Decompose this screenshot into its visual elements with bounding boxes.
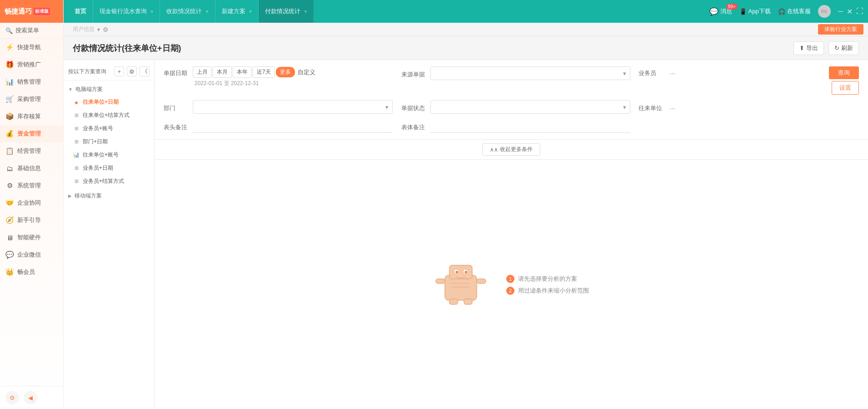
collapse-panel-btn[interactable]: 《 [140,66,150,76]
chevron-up-icon: ∧∧ [490,146,498,153]
plan-unit-settle[interactable]: ⊞ 往来单位+结算方式 [64,109,154,122]
svg-rect-9 [464,299,472,304]
plan-staff-settle[interactable]: ⊞ 业务员+结算方式 [64,175,154,188]
guide-icon: 🧭 [5,216,14,224]
sidebar-item-operation[interactable]: 📋 经营管理 [0,142,63,160]
this-month-btn[interactable]: 本月 [213,66,232,78]
user-avatar[interactable]: Rit [818,5,831,18]
tab-home[interactable]: 首页 [68,0,93,23]
collapse-conditions-btn[interactable]: ∧∧ 收起更多条件 [482,143,540,156]
query-btn[interactable]: 查询 [829,66,859,79]
sidebar-item-marketing[interactable]: 🎁 营销推广 [0,56,63,73]
svg-rect-8 [449,299,458,304]
tab-new-plan-close[interactable]: × [249,9,252,14]
plan-unit-account[interactable]: 📊 往来单位+账号 [64,148,154,162]
topbar: 首页 现金银行流水查询 × 收款情况统计 × 新建方案 × 付款情况统计 × [64,0,868,23]
sidebar-item-finance[interactable]: 💰 资金管理 [0,125,63,142]
close-icon[interactable]: ✕ [847,7,853,16]
dropdown-arrow[interactable]: ▾ [97,26,100,33]
svg-rect-6 [436,279,445,283]
plan-unit-account-label: 往来单位+账号 [83,151,119,159]
dept-select-arrow: ▾ [385,104,389,111]
app-download-icon: 📱 [739,8,747,15]
sidebar-item-search[interactable]: 🔍 搜索菜单 [0,23,63,39]
staff-ellipsis[interactable]: ... [668,68,677,76]
tab-new-plan[interactable]: 新建方案 × [215,0,259,23]
tab-receipt-label: 收款情况统计 [166,7,202,15]
plan-dept-date[interactable]: ⊞ 部门+日期 [64,135,154,148]
empty-hint-1: 1 请先选择要分析的方案 [506,275,589,283]
sidebar-item-weixin[interactable]: 💬 企业微信 [0,246,63,263]
expand-icon[interactable]: ⛶ [856,7,863,16]
messages-badge: 99+ [726,4,738,10]
tab-payment[interactable]: 付款情况统计 × [259,0,314,23]
sidebar-item-label: 畅会员 [17,268,35,276]
tab-receipt-close[interactable]: × [205,9,208,14]
sidebar-item-label: 库存核算 [17,112,41,121]
hint1-num: 1 [506,275,514,283]
sub-header: 付款情况统计(往来单位+日期) ⬆ 导出 ↻ 刷新 [64,36,868,60]
sidebar-item-corp[interactable]: 🤝 企业协同 [0,194,63,212]
svg-point-4 [456,271,458,273]
settings-footer-btn[interactable]: ⚙ [5,391,19,404]
online-service-label: 在线客服 [787,7,811,15]
more-date-btn[interactable]: 更多 [276,67,295,77]
tab-payment-close[interactable]: × [304,9,307,14]
tab-bank-close[interactable]: × [150,9,153,14]
filter-settings-btn[interactable]: 设置 [832,81,859,95]
tab-payment-label: 付款情况统计 [265,7,300,15]
online-service-btn[interactable]: 🎧 在线客服 [778,7,811,15]
sidebar-item-stock[interactable]: 📦 库存核算 [0,108,63,125]
sidebar-item-label: 新手引导 [17,216,41,224]
sidebar-item-vip[interactable]: 👑 畅会员 [0,263,63,281]
head-note-input[interactable] [193,119,393,133]
sidebar-item-purchase[interactable]: 🛒 采购管理 [0,91,63,108]
svg-rect-7 [477,279,486,283]
sidebar-item-guide[interactable]: 🧭 新手引导 [0,212,63,229]
plan-staff-account[interactable]: ⊞ 业务员+账号 [64,122,154,135]
doc-status-select[interactable]: ▾ [430,100,630,114]
sidebar-item-basic[interactable]: 🗂 基础信息 [0,160,63,177]
sidebar-item-sales[interactable]: 📊 销售管理 [0,73,63,91]
header-gear-icon[interactable]: ⚙ [103,26,109,33]
page-title: 付款情况统计(往来单位+日期) [73,43,181,54]
plan-unit-date[interactable]: ● 往来单位+日期 [64,96,154,109]
body-note-input[interactable] [430,119,630,133]
add-plan-btn[interactable]: ＋ [114,66,124,76]
source-select[interactable]: ▾ [430,66,630,80]
hint1-text: 请先选择要分析的方案 [518,275,577,283]
tab-bank[interactable]: 现金银行流水查询 × [93,0,160,23]
tab-new-plan-label: 新建方案 [222,7,245,15]
plan-grid5-icon: ⊞ [73,178,80,185]
mobile-group-title[interactable]: ▶ 移动端方案 [64,190,154,202]
last-month-btn[interactable]: 上月 [193,66,212,78]
sidebar-item-quick-nav[interactable]: ⚡ 快捷导航 [0,39,63,56]
try-industry-btn[interactable]: 体验行业方案 [818,24,863,35]
export-label: 导出 [806,44,818,52]
collapse-bar[interactable]: ∧∧ 收起更多条件 [155,140,868,160]
export-btn[interactable]: ⬆ 导出 [793,41,824,55]
last-7days-btn[interactable]: 近7天 [253,66,275,78]
plan-chart-icon: 📊 [73,151,80,159]
hint2-num: 2 [506,287,514,295]
plan-grid-icon: ⊞ [73,112,80,119]
unit-ellipsis[interactable]: ... [668,103,677,111]
plan-grid2-icon: ⊞ [73,125,80,132]
sidebar-item-hardware[interactable]: 🖥 智能硬件 [0,229,63,246]
minimize-icon[interactable]: ─ [838,7,843,16]
content-area: 按以下方案查询 ＋ ⚙ 《 ▼ 电脑端方案 ● 往来单位+日期 ⊞ [64,60,868,409]
collapse-sidebar-btn[interactable]: ◀ [24,391,37,404]
dept-select[interactable]: ▾ [193,100,393,114]
refresh-btn[interactable]: ↻ 刷新 [828,41,859,55]
sidebar: 畅捷通巧 标准版 🔍 搜索菜单 ⚡ 快捷导航 🎁 营销推广 📊 销售管理 🛒 采… [0,0,64,409]
app-download-btn[interactable]: 📱 App下载 [739,7,771,15]
empty-text-area: 1 请先选择要分析的方案 2 用过滤条件来缩小分析范围 [506,275,589,298]
plan-staff-date[interactable]: ⊞ 业务员+日期 [64,162,154,175]
messages-btn[interactable]: 💬 消息 99+ [709,7,732,16]
settings-plan-btn[interactable]: ⚙ [127,66,137,76]
desktop-group-title[interactable]: ▼ 电脑端方案 [64,83,154,96]
export-icon: ⬆ [799,45,804,51]
sidebar-item-system[interactable]: ⚙ 系统管理 [0,177,63,194]
this-year-btn[interactable]: 本年 [233,66,252,78]
tab-receipt[interactable]: 收款情况统计 × [160,0,215,23]
